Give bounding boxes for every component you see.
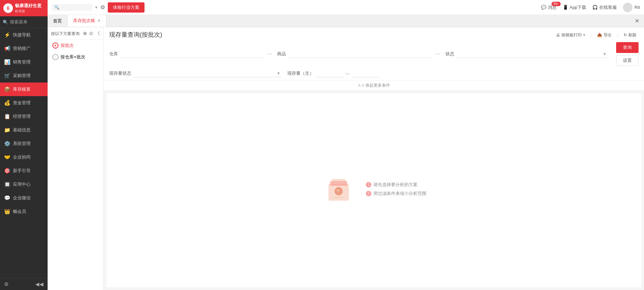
sidebar-header: 6 畅康通好生意 标准版 [0,0,48,16]
panel-close-btn[interactable]: ✕ [630,18,644,24]
collab-icon: 🤝 [4,154,10,160]
filter-row-2: 现存量状态 ▾ 现存量（主） — [109,69,639,77]
product-label: 商品 [277,51,286,57]
status-label: 状态 [445,51,454,57]
stock-qty-to[interactable] [352,69,379,77]
sidebar-item-finance[interactable]: 💰 资金管理 [0,96,48,110]
refresh-icon: ↻ [624,33,627,37]
toolbar: 🖨 按模板打印 ▾ | 📤 导出 | ↻ 刷新 [554,31,639,39]
left-panel-actions: ⊕ ⊙ 《 [83,31,100,37]
query-button[interactable]: 查询 [616,42,639,53]
scheme-by-batch[interactable]: ● 按批次 [48,40,103,51]
sidebar-item-operation[interactable]: 📋 经营管理 [0,110,48,123]
sidebar-item-label: 系统管理 [13,141,31,147]
print-icon: 🖨 [556,33,560,37]
sidebar-item-member[interactable]: 👑 畅会员 [0,205,48,218]
wechat-icon: 💬 [4,195,10,201]
page-title: 现存量查询(按批次) [109,31,162,39]
dropdown-chevron-icon[interactable]: ▾ [95,5,98,10]
scheme-settings-icon[interactable]: ⊙ [89,31,93,37]
product-input[interactable] [288,50,433,58]
status-chevron-icon: ▾ [604,51,606,56]
purchase-icon: 🛒 [4,73,10,79]
sidebar-item-system[interactable]: ⚙️ 系统管理 [0,137,48,150]
refresh-btn[interactable]: ↻ 刷新 [622,31,639,39]
search-icon: 🔍 [54,5,60,10]
right-panel: 现存量查询(按批次) 🖨 按模板打印 ▾ | 📤 导出 | [104,27,644,290]
sidebar-item-basic[interactable]: 📁 基础信息 [0,123,48,137]
stock-status-chevron-icon: ▾ [277,71,280,76]
sidebar-item-purchase[interactable]: 🛒 采购管理 [0,69,48,83]
product-more-icon[interactable]: ··· [435,51,440,57]
settings-button[interactable]: 设置 [616,55,639,66]
app-download-btn[interactable]: 📱 App下载 [563,4,586,11]
tab-home[interactable]: 首页 [48,15,68,27]
collapse-sidebar-icon[interactable]: ◀◀ [35,281,44,287]
svg-rect-2 [332,179,345,182]
sidebar-item-marketing[interactable]: 📢 营销推广 [0,42,48,55]
sidebar-item-apps[interactable]: 🔲 应用中心 [0,178,48,191]
hint-2: 2 用过滤条件来缩小分析范围 [366,191,426,197]
system-icon: ⚙️ [4,141,10,147]
empty-text: 1 请先选择要分析的方案 2 用过滤条件来缩小分析范围 [366,182,426,199]
sidebar-item-wechat[interactable]: 💬 企业微信 [0,191,48,205]
scheme-by-warehouse-batch-label: 按仓库+批次 [61,54,85,60]
refresh-label: 刷新 [628,32,637,38]
print-chevron-icon: ▾ [583,33,585,37]
hint-2-text: 用过滤条件来缩小分析范围 [373,191,426,197]
print-label: 按模板打印 [561,32,582,38]
left-panel-title: 按以下方案查询 [51,31,80,37]
tab-inventory-batch[interactable]: 库存批次账 ✕ [68,15,106,27]
warehouse-input[interactable] [120,50,265,58]
marketing-icon: 📢 [4,46,10,52]
sidebar-item-sales[interactable]: 📊 销售管理 [0,55,48,69]
topbar-gear-icon[interactable]: ⚙ [100,4,105,11]
collapse-bar[interactable]: ∧∧ 收起更多条件 [104,80,644,91]
empty-illustration: ? [322,174,356,207]
guide-icon: 🎯 [4,168,10,174]
app-subtitle: 标准版 [15,9,41,14]
sidebar-item-collab[interactable]: 🤝 企业协同 [0,150,48,164]
print-btn[interactable]: 🖨 按模板打印 ▾ [554,31,587,39]
left-panel: 按以下方案查询 ⊕ ⊙ 《 ● 按批次 ○ 按仓库+批次 [48,27,104,290]
filter-status: 状态 ▾ [445,50,608,58]
collapse-left-icon[interactable]: 《 [95,31,100,37]
sidebar-item-label: 基础信息 [13,127,31,133]
message-btn[interactable]: 💬 消息 99+ [541,4,557,11]
scheme-by-batch-label: 按批次 [61,42,74,49]
status-dropdown[interactable]: ▾ [456,50,608,58]
filter-warehouse: 仓库 ··· [109,50,272,58]
topbar-search-box[interactable]: 🔍 [52,4,92,11]
scheme-active-icon: ● [52,42,58,49]
filter-row-1: 仓库 ··· 商品 ··· 状态 [109,42,639,66]
quick-nav-icon: ⚡ [4,32,10,38]
sidebar-item-label: 企业微信 [13,195,31,201]
warehouse-more-icon[interactable]: ··· [267,51,272,57]
empty-state: ? 1 请先选择要分析的方案 2 用过滤条件来缩小分析范围 [106,93,641,287]
sidebar-item-label: 营销推广 [13,46,31,52]
user-name: Rit [634,5,640,10]
stock-qty-label: 现存量（主） [287,70,314,76]
tab-close-icon[interactable]: ✕ [97,18,101,23]
sidebar-item-quick-nav[interactable]: ⚡ 快捷导航 [0,28,48,42]
online-service-btn[interactable]: 🎧 在线客服 [592,4,617,11]
sidebar-item-label: 畅会员 [13,209,26,215]
sidebar-item-label: 经营管理 [13,113,31,120]
experience-btn[interactable]: 体验行业方案 [108,2,145,13]
sidebar-search-label: 搜索菜单 [10,19,28,25]
download-icon: 📱 [563,5,568,10]
scheme-by-warehouse-batch[interactable]: ○ 按仓库+批次 [48,51,103,63]
search-icon: 🔍 [3,20,8,25]
sidebar-item-label: 快捷导航 [13,32,31,38]
sidebar-item-guide[interactable]: 🎯 新手引导 [0,164,48,178]
settings-footer-icon[interactable]: ⚙ [4,281,9,287]
user-area[interactable]: Rit [623,3,640,12]
sidebar-search[interactable]: 🔍 搜索菜单 [0,16,48,28]
export-btn[interactable]: 📤 导出 [595,31,614,39]
stock-qty-from[interactable] [316,69,343,77]
add-scheme-icon[interactable]: ⊕ [83,31,87,37]
app-title-area: 畅康通好生意 标准版 [15,3,41,14]
stock-status-dropdown[interactable]: ▾ [133,69,282,77]
sidebar-item-inventory[interactable]: 📦 库存核算 [0,83,48,96]
finance-icon: 💰 [4,100,10,106]
